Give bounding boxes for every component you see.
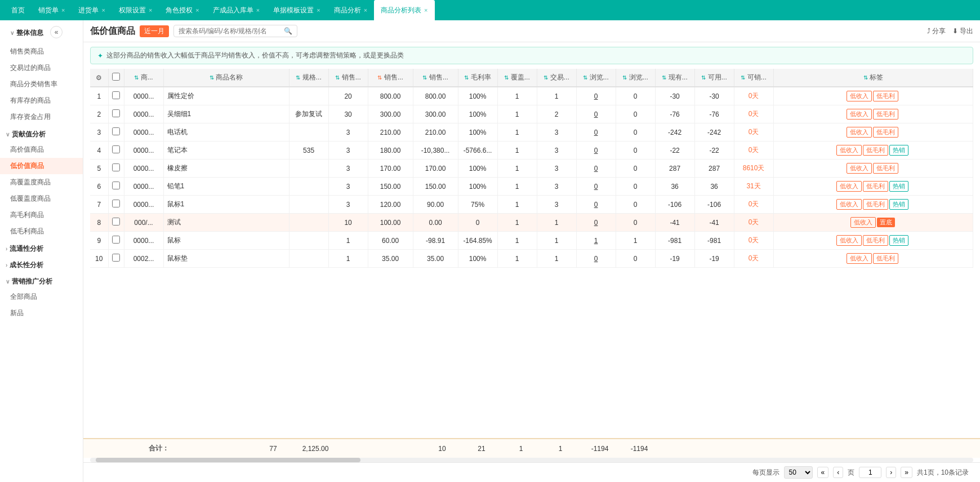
row-gross: 1: [497, 87, 537, 105]
trade-link[interactable]: 0: [594, 201, 598, 209]
prev-page-btn[interactable]: ‹: [833, 467, 843, 478]
nav-sales[interactable]: 销货单 ×: [32, 0, 72, 20]
horizontal-scrollbar-track[interactable]: [90, 458, 973, 462]
last-page-btn[interactable]: »: [901, 467, 912, 478]
sidebar-item-low-margin[interactable]: 低毛利商品: [0, 223, 83, 240]
filter-recent-month-btn[interactable]: 近一月: [140, 25, 169, 37]
row-checkbox-cell[interactable]: [108, 160, 124, 178]
table-wrapper: ⚙ ⇅ 商... ⇅ 商品名称 ⇅ 规格... ⇅ 销售... ⇅ 销售... …: [90, 69, 973, 438]
row-checkbox-cell[interactable]: [108, 123, 124, 141]
nav-product-analysis[interactable]: 商品分析 ×: [327, 0, 374, 20]
sidebar-item-with-stock[interactable]: 有库存的商品: [0, 92, 83, 109]
sidebar-item-high-margin[interactable]: 高毛利商品: [0, 207, 83, 223]
first-page-btn[interactable]: «: [817, 467, 829, 478]
sidebar-group-contribution[interactable]: ∨ 贡献值分析: [0, 125, 83, 141]
sidebar-item-high-value[interactable]: 高价值商品: [0, 141, 83, 158]
sidebar-item-stock-fund[interactable]: 库存资金占用: [0, 109, 83, 125]
row-trade[interactable]: 0: [576, 196, 616, 214]
trade-link[interactable]: 0: [594, 147, 598, 154]
sidebar-group-overall[interactable]: ∨ 整体信息: [5, 24, 49, 40]
search-icon[interactable]: 🔍: [284, 27, 292, 35]
row-checkbox-cell[interactable]: [108, 105, 124, 123]
row-trade[interactable]: 0: [576, 105, 616, 123]
trade-link[interactable]: 0: [594, 255, 598, 263]
trade-link[interactable]: 0: [594, 165, 598, 173]
row-trade[interactable]: 0: [576, 141, 616, 160]
nav-product-list-close[interactable]: ×: [424, 7, 427, 14]
sidebar-item-all-products[interactable]: 全部商品: [0, 289, 83, 305]
trade-link[interactable]: 0: [594, 183, 598, 191]
th-settings[interactable]: ⚙: [90, 69, 108, 87]
row-avail: 0天: [734, 250, 773, 268]
row-checkbox[interactable]: [112, 200, 120, 207]
nav-purchase-close[interactable]: ×: [101, 7, 105, 14]
row-trade[interactable]: 0: [576, 123, 616, 141]
nav-permissions-close[interactable]: ×: [149, 7, 152, 14]
row-checkbox[interactable]: [112, 163, 120, 171]
row-trade[interactable]: 0: [576, 87, 616, 105]
row-checkbox-cell[interactable]: [108, 141, 124, 160]
nav-purchase[interactable]: 进货单 ×: [72, 0, 112, 20]
row-checkbox[interactable]: [112, 145, 120, 153]
export-btn[interactable]: ⬇ 导出: [952, 26, 973, 36]
nav-product-analysis-close[interactable]: ×: [364, 7, 367, 14]
nav-permissions[interactable]: 权限设置 ×: [112, 0, 159, 20]
select-all-checkbox[interactable]: [112, 73, 120, 81]
trade-link[interactable]: 0: [594, 219, 598, 227]
trade-link[interactable]: 0: [594, 110, 598, 118]
row-trade[interactable]: 0: [576, 250, 616, 268]
nav-sales-close[interactable]: ×: [61, 7, 65, 14]
sidebar-item-high-coverage[interactable]: 高覆盖度商品: [0, 174, 83, 191]
sidebar-item-new-products[interactable]: 新品: [0, 305, 83, 321]
nav-roles-close[interactable]: ×: [195, 7, 199, 14]
row-trade[interactable]: 0: [576, 214, 616, 232]
row-checkbox[interactable]: [112, 218, 120, 225]
row-checkbox-cell[interactable]: [108, 214, 124, 232]
row-checkbox-cell[interactable]: [108, 87, 124, 105]
nav-production-close[interactable]: ×: [256, 7, 260, 14]
row-checkbox[interactable]: [112, 91, 120, 99]
share-btn[interactable]: ⤴ 分享: [927, 26, 946, 36]
row-qty: 3: [328, 178, 368, 196]
nav-roles[interactable]: 角色授权 ×: [159, 0, 206, 20]
trade-link[interactable]: 0: [594, 92, 598, 100]
row-checkbox-cell[interactable]: [108, 196, 124, 214]
nav-home[interactable]: 首页: [5, 0, 32, 20]
page-size-select[interactable]: 50 100 200: [784, 466, 813, 479]
sidebar-item-low-value[interactable]: 低价值商品: [0, 158, 83, 174]
sidebar-group-growth[interactable]: › 成长性分析: [0, 256, 83, 272]
page-number-input[interactable]: [859, 467, 881, 478]
product-tag: 低收入: [836, 145, 862, 156]
settings-icon[interactable]: ⚙: [96, 74, 102, 82]
sidebar-item-sales-products[interactable]: 销售类商品: [0, 43, 83, 60]
row-checkbox[interactable]: [112, 127, 120, 135]
horizontal-scrollbar-thumb[interactable]: [96, 458, 360, 462]
sidebar-item-category-rate[interactable]: 商品分类销售率: [0, 76, 83, 92]
row-trade[interactable]: 1: [576, 232, 616, 250]
row-sale2: 170.00: [413, 160, 458, 178]
sidebar-group-marketing[interactable]: ∨ 营销推广分析: [0, 272, 83, 289]
row-checkbox[interactable]: [112, 254, 120, 262]
row-checkbox[interactable]: [112, 236, 120, 244]
nav-template-close[interactable]: ×: [317, 7, 320, 14]
row-trade[interactable]: 0: [576, 178, 616, 196]
sidebar-collapse-btn[interactable]: «: [50, 26, 63, 38]
nav-production[interactable]: 产成品入库单 ×: [206, 0, 266, 20]
row-checkbox[interactable]: [112, 109, 120, 117]
sidebar-item-traded[interactable]: 交易过的商品: [0, 60, 83, 76]
row-checkbox-cell[interactable]: [108, 250, 124, 268]
next-page-btn[interactable]: ›: [886, 467, 896, 478]
th-checkbox[interactable]: [108, 69, 124, 87]
sidebar-item-low-coverage[interactable]: 低覆盖度商品: [0, 191, 83, 207]
search-input[interactable]: [179, 27, 282, 35]
row-checkbox-cell[interactable]: [108, 178, 124, 196]
trade-link[interactable]: 0: [594, 129, 598, 136]
sidebar-group-circulation[interactable]: › 流通性分析: [0, 240, 83, 256]
nav-template[interactable]: 单据模板设置 ×: [266, 0, 327, 20]
row-checkbox-cell[interactable]: [108, 232, 124, 250]
trade-link[interactable]: 1: [594, 237, 598, 245]
row-checkbox[interactable]: [112, 182, 120, 189]
row-num: 10: [90, 250, 108, 268]
row-trade[interactable]: 0: [576, 160, 616, 178]
nav-product-list[interactable]: 商品分析列表 ×: [374, 0, 434, 20]
